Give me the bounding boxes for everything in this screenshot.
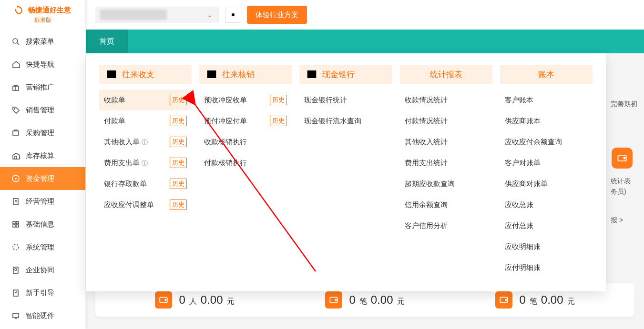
mega-col-title: 现金银行 [322,69,355,80]
sidebar-item-8[interactable]: 基础信息 [0,213,85,236]
mega-item-label: 应收总账 [505,200,533,209]
mega-col-title: 往来核销 [222,69,255,80]
mega-item-0-3[interactable]: 费用支出单ⓘ历史 [99,152,192,173]
summary-count: 0 [179,293,185,307]
summary-amount: 0.00 [371,293,393,307]
sidebar-item-label: 智能硬件 [26,311,54,320]
mega-item-0-2[interactable]: 其他收入单ⓘ历史 [99,131,192,152]
mega-item-label: 客户对账单 [505,159,541,168]
sidebar-item-3[interactable]: 销售管理 [0,99,85,121]
document-icon [206,69,217,80]
right-peek-3: 报 > [611,216,644,225]
sidebar-item-1[interactable]: 快捷导航 [0,53,85,76]
mega-item-1-0[interactable]: 预收冲应收单历史 [199,90,292,110]
org-selector[interactable]: ⌄ [95,7,219,23]
sidebar-item-12[interactable]: 智能硬件 [0,304,85,327]
chevron-down-icon: ⌄ [207,11,213,19]
mega-item-2-1[interactable]: 现金银行流水查询 [299,110,392,131]
mega-item-label: 收款情况统计 [405,96,448,105]
sidebar-item-2[interactable]: 营销推广 [0,76,85,99]
mega-item-label: 超期应收款查询 [405,179,455,189]
sidebar-item-label: 营销推广 [26,83,54,92]
mega-item-label: 信用余额查询 [405,200,448,209]
mega-item-4-3[interactable]: 客户对账单 [500,152,593,173]
shortcut-badge[interactable] [612,148,633,169]
sidebar-item-4[interactable]: 采购管理 [0,121,85,144]
mega-item-3-3[interactable]: 费用支出统计 [400,152,492,173]
mega-item-label: 应付明细账 [505,263,541,272]
right-peek-1: 完善期初 [611,100,644,109]
mega-item-4-0[interactable]: 客户账本 [500,90,593,110]
sidebar-item-label: 快捷导航 [26,60,54,69]
mega-col-0: 往来收支收款单历史付款单历史其他收入单ⓘ历史费用支出单ⓘ历史银行存取款单历史应收… [99,65,192,280]
sidebar-item-label: 资金管理 [26,174,54,183]
history-link[interactable]: 历史 [170,199,187,210]
mega-item-label: 应收应付调整单 [104,200,154,209]
grid-icon [11,220,20,229]
mega-item-4-4[interactable]: 供应商对账单 [500,173,593,194]
sidebar-item-6[interactable]: 资金管理 [0,167,85,190]
mega-item-0-5[interactable]: 应收应付调整单历史 [99,194,192,215]
mega-item-4-6[interactable]: 应付总账 [500,215,593,236]
mega-item-3-6[interactable]: 客户信用分析 [400,215,492,236]
mega-item-0-0[interactable]: 收款单历史 [99,90,192,110]
mega-item-3-5[interactable]: 信用余额查询 [400,194,492,215]
sidebar-item-9[interactable]: 系统管理 [0,236,85,259]
mega-item-0-1[interactable]: 付款单历史 [99,110,192,131]
mega-item-1-2[interactable]: 收款核销执行 [199,131,292,152]
mega-col-header: 往来核销 [199,65,292,84]
mega-item-4-7[interactable]: 应收明细账 [500,236,593,257]
mega-item-label: 费用支出单ⓘ [104,159,148,168]
mega-col-header: 统计报表 [400,65,492,84]
peek-text[interactable]: 报 > [611,216,644,225]
settings-button[interactable] [225,7,241,23]
tab-strip: 首页 [86,30,644,53]
history-link[interactable]: 历史 [170,116,187,126]
mega-item-3-4[interactable]: 超期应收款查询 [400,173,492,194]
mega-item-4-2[interactable]: 应收应付余额查询 [500,131,593,152]
mega-item-3-0[interactable]: 收款情况统计 [400,90,492,110]
right-peek-2: 统计表 务员) [611,177,644,196]
history-link[interactable]: 历史 [270,116,287,126]
history-link[interactable]: 历史 [270,95,287,105]
mega-item-label: 应收明细账 [505,242,541,251]
help-icon[interactable]: ⓘ [142,139,148,146]
sidebar-item-5[interactable]: 库存核算 [0,144,85,167]
mega-col-1: 往来核销预收冲应收单历史预付冲应付单历史收款核销执行付款核销执行 [199,65,292,280]
help-icon[interactable]: ⓘ [142,160,148,167]
mega-col-3: 统计报表收款情况统计付款情况统计其他收入统计费用支出统计超期应收款查询信用余额查… [400,65,492,280]
mega-item-label: 现金银行流水查询 [304,117,361,126]
sidebar-item-10[interactable]: 企业协同 [0,259,85,281]
collab-icon [11,266,20,274]
sidebar-item-7[interactable]: 经营管理 [0,190,85,213]
org-name-redacted [100,10,167,20]
tab-home[interactable]: 首页 [86,30,128,53]
mega-col-title: 往来收支 [122,69,154,80]
history-link[interactable]: 历史 [170,137,187,147]
history-link[interactable]: 历史 [170,95,187,105]
industry-plan-button[interactable]: 体验行业方案 [247,6,307,24]
mega-item-3-1[interactable]: 付款情况统计 [400,110,492,131]
sidebar-item-11[interactable]: 新手引导 [0,281,85,304]
mega-item-2-0[interactable]: 现金银行统计 [299,90,392,110]
peek-text: 统计表 [611,177,644,186]
summary-count-unit: 笔 [530,297,537,307]
mega-item-label: 其他收入统计 [405,138,448,147]
summary-count: 0 [519,293,525,307]
history-link[interactable]: 历史 [170,158,187,168]
industry-plan-label: 体验行业方案 [256,10,298,20]
gear-icon [229,10,237,19]
mega-item-4-5[interactable]: 应收总账 [500,194,593,215]
mega-item-0-4[interactable]: 银行存取款单历史 [99,173,192,194]
mega-item-4-1[interactable]: 供应商账本 [500,110,593,131]
mega-item-4-8[interactable]: 应付明细账 [500,257,593,278]
mega-item-1-1[interactable]: 预付冲应付单历史 [199,110,292,131]
mega-item-3-2[interactable]: 其他收入统计 [400,131,492,152]
sidebar-item-0[interactable]: 搜索菜单 [0,30,85,53]
brand-logo-icon [15,5,25,15]
document-icon [306,69,317,80]
history-link[interactable]: 历史 [170,179,187,189]
tv-icon [11,311,20,320]
mega-item-1-3[interactable]: 付款核销执行 [199,152,292,173]
mega-col-title: 账本 [538,69,554,80]
